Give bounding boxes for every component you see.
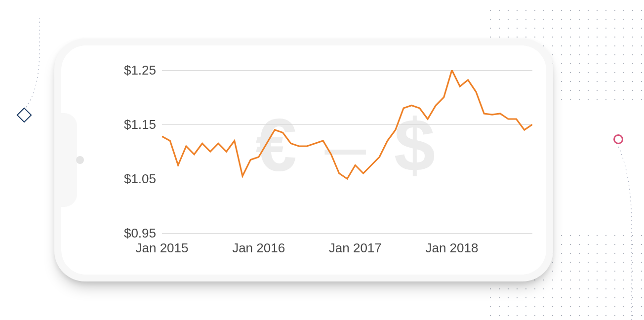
chart-x-tick-label: Jan 2016	[232, 240, 285, 256]
chart-gridline	[162, 233, 532, 234]
phone-screen: € – $ $0.95$1.05$1.15$1.25 Jan 2015Jan 2…	[61, 45, 546, 275]
chart-series-line	[162, 70, 532, 179]
chart-line-svg	[162, 70, 532, 233]
chart-plot-area: € – $	[162, 70, 532, 233]
chart-x-tick-label: Jan 2015	[136, 240, 189, 256]
phone-frame: € – $ $0.95$1.05$1.15$1.25 Jan 2015Jan 2…	[54, 39, 553, 281]
ring-icon	[613, 134, 623, 144]
chart-y-tick-label: $0.95	[104, 226, 156, 241]
phone-notch	[61, 113, 77, 207]
chart-x-tick-label: Jan 2018	[425, 240, 478, 256]
exchange-rate-chart: € – $ $0.95$1.05$1.15$1.25 Jan 2015Jan 2…	[104, 65, 532, 256]
chart-y-tick-label: $1.25	[104, 63, 156, 78]
chart-x-tick-label: Jan 2017	[329, 240, 382, 256]
phone-camera-icon	[76, 156, 84, 164]
decor-path-right	[585, 128, 644, 320]
chart-y-tick-label: $1.05	[104, 171, 156, 187]
chart-y-tick-label: $1.15	[104, 117, 156, 132]
